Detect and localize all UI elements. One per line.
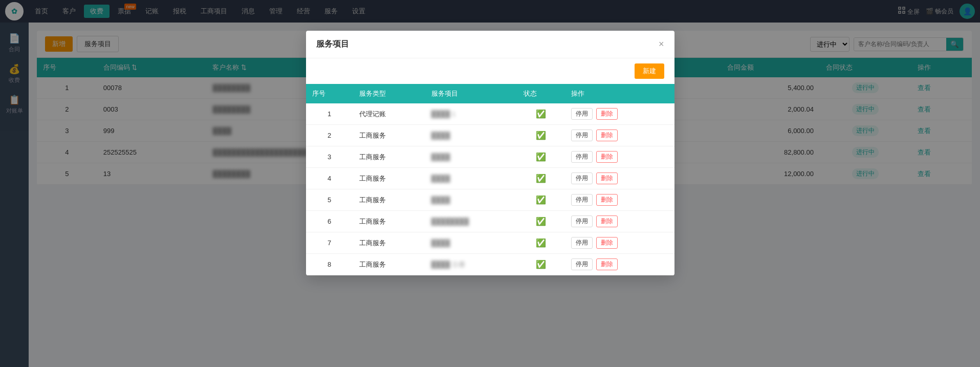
stop-button[interactable]: 停用 <box>571 172 593 184</box>
modal-cell-seq: 2 <box>306 125 353 146</box>
delete-button[interactable]: 删除 <box>596 129 618 141</box>
modal-cell-type: 工商服务 <box>353 189 425 211</box>
stop-button[interactable]: 停用 <box>571 129 593 141</box>
modal-cell-seq: 6 <box>306 211 353 232</box>
modal-col-project: 服务项目 <box>425 84 518 103</box>
modal-cell-action: 停用 删除 <box>565 189 674 211</box>
modal-cell-status: ✅ <box>517 254 564 275</box>
modal-cell-status: ✅ <box>517 211 564 232</box>
modal-table-row: 6 工商服务 ████████ ✅ 停用 删除 <box>306 211 674 232</box>
modal-cell-status: ✅ <box>517 189 564 211</box>
modal-cell-status: ✅ <box>517 103 564 125</box>
status-check-icon: ✅ <box>536 131 546 140</box>
modal-cell-seq: 4 <box>306 168 353 189</box>
modal-cell-type: 工商服务 <box>353 168 425 189</box>
modal-table-row: 1 代理记账 ████ 1 ✅ 停用 删除 <box>306 103 674 125</box>
status-check-icon: ✅ <box>536 260 546 269</box>
status-check-icon: ✅ <box>536 196 546 204</box>
modal-header-row: 序号 服务类型 服务项目 状态 操作 <box>306 84 674 103</box>
status-check-icon: ✅ <box>536 153 546 161</box>
modal-cell-project: ████ <box>425 189 518 211</box>
modal-cell-status: ✅ <box>517 232 564 254</box>
modal-cell-seq: 1 <box>306 103 353 125</box>
modal-col-seq: 序号 <box>306 84 353 103</box>
modal-cell-action: 停用 删除 <box>565 254 674 275</box>
delete-button[interactable]: 删除 <box>596 258 618 270</box>
modal-table-row: 7 工商服务 ████ ✅ 停用 删除 <box>306 232 674 254</box>
modal-cell-action: 停用 删除 <box>565 103 674 125</box>
modal-header: 服务项目 × <box>306 31 674 58</box>
modal-col-status: 状态 <box>517 84 564 103</box>
modal-cell-project: ████ <box>425 146 518 168</box>
delete-button[interactable]: 删除 <box>596 215 618 227</box>
delete-button[interactable]: 删除 <box>596 108 618 120</box>
stop-button[interactable]: 停用 <box>571 215 593 227</box>
status-check-icon: ✅ <box>536 110 546 118</box>
modal-table-row: 2 工商服务 ████ ✅ 停用 删除 <box>306 125 674 146</box>
modal-cell-action: 停用 删除 <box>565 125 674 146</box>
delete-button[interactable]: 删除 <box>596 194 618 206</box>
modal-cell-seq: 3 <box>306 146 353 168</box>
modal-cell-seq: 5 <box>306 189 353 211</box>
status-check-icon: ✅ <box>536 217 546 226</box>
modal-cell-project: ████ <box>425 168 518 189</box>
modal-toolbar: 新建 <box>306 58 674 84</box>
modal-col-type: 服务类型 <box>353 84 425 103</box>
modal-cell-seq: 8 <box>306 254 353 275</box>
modal-col-action: 操作 <box>565 84 674 103</box>
modal-cell-type: 工商服务 <box>353 211 425 232</box>
modal-cell-status: ✅ <box>517 125 564 146</box>
modal-cell-action: 停用 删除 <box>565 146 674 168</box>
modal-table-row: 5 工商服务 ████ ✅ 停用 删除 <box>306 189 674 211</box>
status-check-icon: ✅ <box>536 239 546 247</box>
delete-button[interactable]: 删除 <box>596 151 618 163</box>
modal-new-button[interactable]: 新建 <box>635 63 664 79</box>
modal-title: 服务项目 <box>316 39 349 50</box>
modal-cell-action: 停用 删除 <box>565 211 674 232</box>
stop-button[interactable]: 停用 <box>571 194 593 206</box>
modal-overlay[interactable]: 服务项目 × 新建 序号 服务类型 服务项目 状态 操作 1 代理记账 <box>0 0 980 367</box>
modal-table-row: 4 工商服务 ████ ✅ 停用 删除 <box>306 168 674 189</box>
delete-button[interactable]: 删除 <box>596 172 618 184</box>
modal-cell-type: 代理记账 <box>353 103 425 125</box>
stop-button[interactable]: 停用 <box>571 237 593 249</box>
modal-cell-project: ████ <box>425 232 518 254</box>
modal-cell-type: 工商服务 <box>353 125 425 146</box>
modal-table: 序号 服务类型 服务项目 状态 操作 1 代理记账 ████ 1 ✅ 停用 删除… <box>306 84 674 275</box>
modal-close-button[interactable]: × <box>659 39 664 50</box>
modal-cell-type: 工商服务 <box>353 146 425 168</box>
modal-cell-status: ✅ <box>517 168 564 189</box>
stop-button[interactable]: 停用 <box>571 258 593 270</box>
modal-cell-project: ████ 注册 <box>425 254 518 275</box>
stop-button[interactable]: 停用 <box>571 108 593 120</box>
modal-cell-action: 停用 删除 <box>565 232 674 254</box>
modal-cell-type: 工商服务 <box>353 254 425 275</box>
modal-cell-action: 停用 删除 <box>565 168 674 189</box>
modal-cell-seq: 7 <box>306 232 353 254</box>
delete-button[interactable]: 删除 <box>596 237 618 249</box>
modal-cell-project: ████ 1 <box>425 103 518 125</box>
modal-cell-project: ████ <box>425 125 518 146</box>
modal-table-row: 3 工商服务 ████ ✅ 停用 删除 <box>306 146 674 168</box>
modal-cell-type: 工商服务 <box>353 232 425 254</box>
modal-table-row: 8 工商服务 ████ 注册 ✅ 停用 删除 <box>306 254 674 275</box>
status-check-icon: ✅ <box>536 174 546 183</box>
service-modal: 服务项目 × 新建 序号 服务类型 服务项目 状态 操作 1 代理记账 <box>306 31 674 275</box>
stop-button[interactable]: 停用 <box>571 151 593 163</box>
modal-cell-status: ✅ <box>517 146 564 168</box>
modal-table-wrap: 序号 服务类型 服务项目 状态 操作 1 代理记账 ████ 1 ✅ 停用 删除… <box>306 84 674 275</box>
modal-cell-project: ████████ <box>425 211 518 232</box>
